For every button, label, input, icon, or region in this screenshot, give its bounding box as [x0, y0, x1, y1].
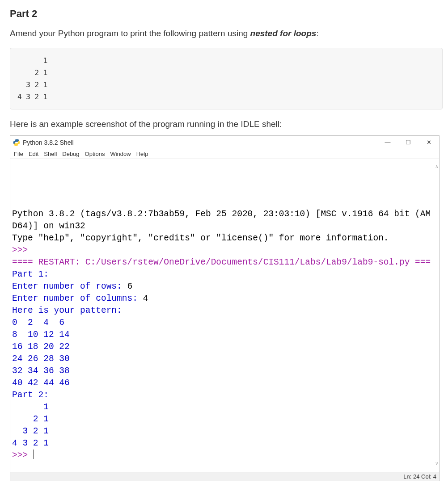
shell-line: ==== RESTART: C:/Users/rstew/OneDrive/Do… [12, 256, 438, 269]
part-heading: Part 2 [10, 8, 443, 20]
python-icon [13, 139, 20, 146]
shell-line: Enter number of rows: 6 [12, 281, 438, 293]
shell-line: 16 18 20 22 [12, 341, 438, 353]
shell-line: 4 3 2 1 [12, 437, 438, 450]
instruction-text: Amend your Python program to print the f… [10, 28, 443, 40]
shell-line: D64)] on win32 [12, 220, 438, 232]
idle-menubar: FileEditShellDebugOptionsWindowHelp [10, 149, 439, 159]
instruction-emphasis: nested for loops [250, 29, 317, 38]
shell-line: 1 [12, 401, 438, 413]
instruction-post: : [316, 29, 318, 38]
shell-line: Part 1: [12, 269, 438, 281]
svg-point-1 [17, 145, 18, 145]
idle-titlebar: Python 3.8.2 Shell — ☐ ✕ [10, 136, 439, 149]
menu-item-edit[interactable]: Edit [28, 151, 39, 157]
idle-window: Python 3.8.2 Shell — ☐ ✕ FileEditShellDe… [10, 135, 440, 481]
maximize-button[interactable]: ☐ [398, 136, 418, 149]
pattern-codeblock: 1 2 1 3 2 1 4 3 2 1 [10, 48, 443, 110]
shell-line: Type "help", "copyright", "credits" or "… [12, 232, 438, 244]
menu-item-file[interactable]: File [13, 151, 24, 157]
menu-item-options[interactable]: Options [84, 151, 106, 157]
screenshot-caption: Here is an example screenshot of the pro… [10, 119, 443, 129]
text-caret [34, 450, 34, 459]
close-button[interactable]: ✕ [418, 136, 439, 149]
shell-line: Here is your pattern: [12, 305, 438, 317]
shell-line: 2 1 [12, 413, 438, 425]
svg-point-0 [15, 139, 16, 140]
menu-item-help[interactable]: Help [135, 151, 149, 157]
idle-title: Python 3.8.2 Shell [23, 139, 377, 146]
shell-line: Part 2: [12, 389, 438, 401]
idle-statusbar: Ln: 24 Col: 4 [10, 472, 439, 481]
shell-line: 8 10 12 14 [12, 329, 438, 341]
scroll-up-icon[interactable]: ∧ [435, 161, 438, 173]
minimize-button[interactable]: — [377, 136, 398, 149]
shell-line: >>> [12, 244, 438, 256]
menu-item-debug[interactable]: Debug [61, 151, 80, 157]
idle-shell-body[interactable]: ∧ ∨ Python 3.8.2 (tags/v3.8.2:7b3ab59, F… [10, 159, 439, 472]
shell-line: Enter number of columns: 4 [12, 293, 438, 305]
scroll-down-icon[interactable]: ∨ [435, 458, 438, 470]
shell-line: 0 2 4 6 [12, 317, 438, 329]
shell-line: >>> [12, 450, 438, 462]
menu-item-window[interactable]: Window [109, 151, 131, 157]
menu-item-shell[interactable]: Shell [43, 151, 58, 157]
window-controls: — ☐ ✕ [377, 136, 439, 149]
shell-line: 32 34 36 38 [12, 365, 438, 377]
shell-line: Python 3.8.2 (tags/v3.8.2:7b3ab59, Feb 2… [12, 208, 438, 220]
shell-line: 24 26 28 30 [12, 353, 438, 365]
shell-line: 3 2 1 [12, 425, 438, 437]
shell-line: 40 42 44 46 [12, 377, 438, 389]
instruction-pre: Amend your Python program to print the f… [10, 29, 250, 38]
